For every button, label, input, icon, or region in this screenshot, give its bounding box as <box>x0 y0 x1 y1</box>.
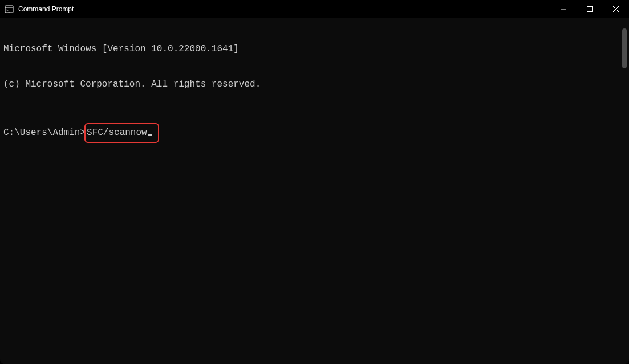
scrollbar-thumb[interactable] <box>622 28 627 68</box>
command-highlight-annotation: SFC/scannow <box>84 123 159 143</box>
prompt-line: C:\Users\Admin>SFC/scannow <box>3 123 626 143</box>
command-prompt-window: >_ Command Prompt Microsoft Windows [Ver… <box>0 0 629 364</box>
maximize-button[interactable] <box>577 0 603 18</box>
titlebar[interactable]: >_ Command Prompt <box>0 0 629 18</box>
typed-command: SFC/scannow <box>87 127 147 139</box>
terminal-output-area[interactable]: Microsoft Windows [Version 10.0.22000.16… <box>0 18 629 364</box>
app-icon: >_ <box>5 5 14 14</box>
svg-text:>_: >_ <box>6 8 11 13</box>
copyright-line: (c) Microsoft Corporation. All rights re… <box>3 79 626 91</box>
window-controls <box>550 0 629 18</box>
svg-rect-4 <box>587 7 593 12</box>
window-title: Command Prompt <box>18 5 74 13</box>
close-button[interactable] <box>603 0 629 18</box>
prompt-path: C:\Users\Admin> <box>3 127 86 139</box>
minimize-button[interactable] <box>550 0 577 18</box>
text-cursor-icon <box>148 134 152 136</box>
version-line: Microsoft Windows [Version 10.0.22000.16… <box>3 43 626 55</box>
